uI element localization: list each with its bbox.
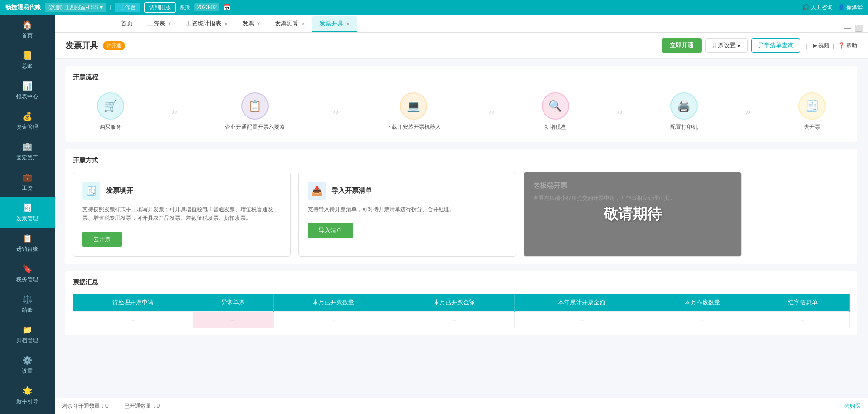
tab-invoice-tool[interactable]: 发票开具 ✕ (312, 16, 357, 32)
sidebar-item-new-guide[interactable]: 🌟 新手引导 (0, 380, 55, 411)
sidebar-label-salary: 工资 (22, 184, 33, 192)
tab-invoice-close[interactable]: ✕ (257, 21, 260, 26)
sidebar-label-purchase: 进销台账 (16, 245, 38, 253)
ledger-icon: 📒 (22, 50, 32, 61)
sidebar-item-ledger[interactable]: 📒 总账 (0, 45, 55, 76)
bottom-bar: 剩余可开通数量：0 | 已开通数量：0 去购买 (55, 398, 868, 414)
card-manual-fill-header: 🧾 发票填开 (82, 182, 281, 200)
funds-icon: 💰 (22, 111, 32, 121)
window-minimize-button[interactable]: — (844, 24, 851, 32)
tab-invoice-tool-label: 发票开具 (319, 20, 343, 28)
company-name: (勿删) 江西服室-LSS (48, 4, 98, 11)
sidebar-item-assets[interactable]: 🏢 固定资产 (0, 136, 55, 167)
sidebar-item-vip[interactable]: 👑 畅会员 (0, 411, 55, 414)
import-list-button[interactable]: 导入清单 (308, 223, 353, 238)
td-year-amount: -- (514, 312, 649, 328)
abnormal-query-button[interactable]: 异常清单查询 (751, 38, 800, 53)
tab-invoice-calc[interactable]: 发票测算 ✕ (268, 16, 312, 32)
step-config-enterprise[interactable]: 📋 企业开通配置开票六要素 (225, 92, 285, 131)
user-service-button[interactable]: 🎧 人工咨询 (803, 4, 833, 11)
tab-salary-close[interactable]: ✕ (168, 21, 171, 26)
sidebar-item-salary[interactable]: 💼 工资 (0, 167, 55, 197)
sidebar-item-funds[interactable]: 💰 资金管理 (0, 106, 55, 136)
td-void-count: -- (649, 312, 756, 328)
sidebar-item-settings[interactable]: ⚙️ 设置 (0, 350, 55, 380)
step-download-robot[interactable]: 💻 下载并安装开票机器人 (386, 92, 441, 131)
calendar-icon[interactable]: 📅 (223, 4, 231, 11)
tab-salary-report-close[interactable]: ✕ (224, 21, 228, 26)
card-import-list: 📥 导入开票清单 支持导入待开票清单，可对待开票清单进行拆分、合并处理。 导入清… (298, 172, 516, 257)
card-manual-fill-desc: 支持按照发票样式手工填写开发票；可开具增值税电子普通发票、增值税普通发票、增值税… (82, 205, 281, 222)
tab-salary[interactable]: 工资表 ✕ (140, 16, 179, 32)
sidebar-item-settle[interactable]: ⚖️ 结账 (0, 289, 55, 319)
sidebar: 🏠 首页 📒 总账 📊 报表中心 💰 资金管理 🏢 固定资产 💼 工资 🧾 发票… (0, 15, 55, 414)
step-add-taxbox-label: 新增税盘 (544, 123, 566, 131)
tab-invoice[interactable]: 发票 ✕ (235, 16, 268, 32)
top-bar-left: 畅捷通易代账 (勿删) 江西服室-LSS ▾ | 工作台 切到旧版 账期 202… (5, 2, 231, 13)
step-config-printer[interactable]: 🖨️ 配置打印机 (670, 92, 698, 131)
tab-home[interactable]: 首页 (114, 16, 140, 32)
help-icon: ❓ (838, 42, 845, 49)
arrow-1: ›› (172, 107, 177, 116)
step-buy-service[interactable]: 🛒 购买服务 (97, 92, 124, 131)
divider-icon: | (110, 4, 111, 10)
card-manual-fill: 🧾 发票填开 支持按照发票样式手工填写开发票；可开具增值税电子普通发票、增值税普… (73, 172, 291, 257)
assets-icon: 🏢 (22, 142, 32, 152)
tab-salary-report[interactable]: 工资统计报表 ✕ (179, 16, 235, 32)
page-header: 发票开具 待开通 立即开通 开票设置 ▾ 异常清单查询 | ▶ 视频 | (55, 33, 868, 59)
card-manual-fill-icon: 🧾 (82, 182, 100, 200)
sidebar-item-home[interactable]: 🏠 首页 (0, 15, 55, 45)
bottom-bar-info: 剩余可开通数量：0 | 已开通数量：0 (62, 402, 160, 410)
summary-section-title: 票据汇总 (73, 278, 850, 287)
sidebar-label-funds: 资金管理 (16, 123, 38, 131)
window-maximize-button[interactable]: ⬜ (855, 25, 863, 32)
settle-icon: ⚖️ (22, 294, 32, 304)
workspace-button[interactable]: 工作台 (115, 3, 140, 12)
company-selector[interactable]: (勿删) 江西服室-LSS ▾ (45, 3, 106, 12)
home-icon: 🏠 (22, 20, 32, 30)
td-pending: -- (73, 312, 193, 328)
sidebar-item-tax[interactable]: 🔖 税务管理 (0, 258, 55, 289)
arrow-4: ›› (617, 107, 622, 116)
sidebar-item-reports[interactable]: 📊 报表中心 (0, 76, 55, 106)
switch-old-button[interactable]: 切到旧版 (144, 2, 176, 13)
status-badge: 待开通 (103, 41, 125, 50)
sidebar-label-new-guide: 新手引导 (16, 398, 38, 405)
open-now-button[interactable]: 立即开通 (662, 38, 702, 53)
td-red-letter: -- (756, 312, 849, 328)
help-button[interactable]: ❓ 帮助 (838, 42, 857, 50)
card-import-list-title: 导入开票清单 (331, 187, 372, 195)
tab-invoice-calc-close[interactable]: ✕ (301, 21, 305, 26)
page-title: 发票开具 (65, 40, 98, 51)
card-manual-fill-title: 发票填开 (106, 187, 133, 195)
step-config-enterprise-label: 企业开通配置开票六要素 (225, 123, 285, 131)
sidebar-item-purchase[interactable]: 📋 进销台账 (0, 228, 55, 258)
step-download-robot-icon: 💻 (400, 92, 427, 120)
process-section: 开票流程 🛒 购买服务 ›› 📋 企业开通配置开票六要素 ›› 💻 下载并安装 (65, 66, 857, 142)
th-month-amount: 本月已开票金额 (394, 294, 515, 312)
settings-icon: ⚙️ (22, 355, 32, 365)
th-month-count: 本月已开票数量 (273, 294, 394, 312)
sidebar-item-archive[interactable]: 📁 归档管理 (0, 319, 55, 350)
goto-buy-link[interactable]: 去购买 (844, 402, 861, 410)
step-issue-invoice-icon: 🧾 (798, 92, 826, 120)
th-year-amount: 本年累计开票金额 (514, 294, 649, 312)
tab-invoice-tool-close[interactable]: ✕ (346, 21, 349, 26)
page-title-area: 发票开具 待开通 (65, 40, 125, 51)
step-buy-service-label: 购买服务 (100, 123, 121, 131)
divider3: | (833, 42, 834, 49)
user-avatar[interactable]: 👤 徐泽华 (838, 4, 863, 11)
open-settings-button[interactable]: 开票设置 ▾ (705, 38, 748, 53)
step-add-taxbox[interactable]: 🔍 新增税盘 (542, 92, 569, 131)
th-pending: 待处理开票申请 (73, 294, 193, 312)
coming-soon-text: 敬请期待 (604, 204, 662, 224)
sidebar-item-invoice-mgmt[interactable]: 🧾 发票管理 (0, 197, 55, 228)
purchase-icon: 📋 (22, 233, 32, 243)
view-help-video[interactable]: ▶ 视频 (813, 42, 829, 50)
divider2: | (806, 42, 807, 49)
step-add-taxbox-icon: 🔍 (542, 92, 569, 120)
goto-issue-button[interactable]: 去开票 (82, 232, 122, 247)
step-issue-invoice[interactable]: 🧾 去开票 (798, 92, 826, 131)
sidebar-label-invoice-mgmt: 发票管理 (16, 215, 38, 222)
tax-icon: 🔖 (22, 264, 32, 274)
